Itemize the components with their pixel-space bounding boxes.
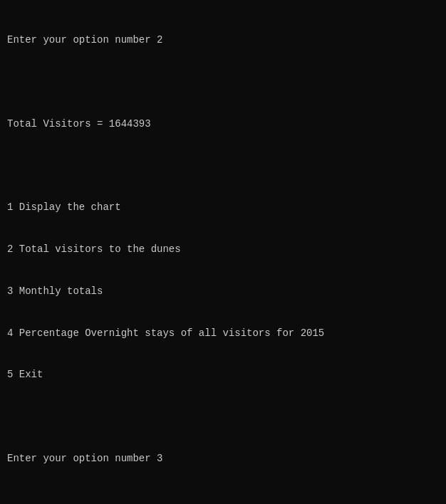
menu1-item3: 3 Monthly totals — [7, 285, 439, 299]
menu1-item5: 5 Exit — [7, 368, 439, 382]
menu1-item2: 2 Total visitors to the dunes — [7, 243, 439, 257]
option-prompt-1: Enter your option number 2 — [7, 33, 439, 48]
blank-line-3 — [7, 410, 439, 424]
blank-line-2 — [7, 159, 439, 174]
terminal-output: Enter your option number 2 Total Visitor… — [7, 6, 439, 504]
blank-line-1 — [7, 75, 439, 90]
menu1-item4: 4 Percentage Overnight stays of all visi… — [7, 327, 439, 341]
blank-line-4 — [7, 494, 439, 504]
option-prompt-2: Enter your option number 3 — [7, 452, 439, 466]
total-visitors: Total Visitors = 1644393 — [7, 117, 439, 132]
menu1-item1: 1 Display the chart — [7, 201, 439, 215]
